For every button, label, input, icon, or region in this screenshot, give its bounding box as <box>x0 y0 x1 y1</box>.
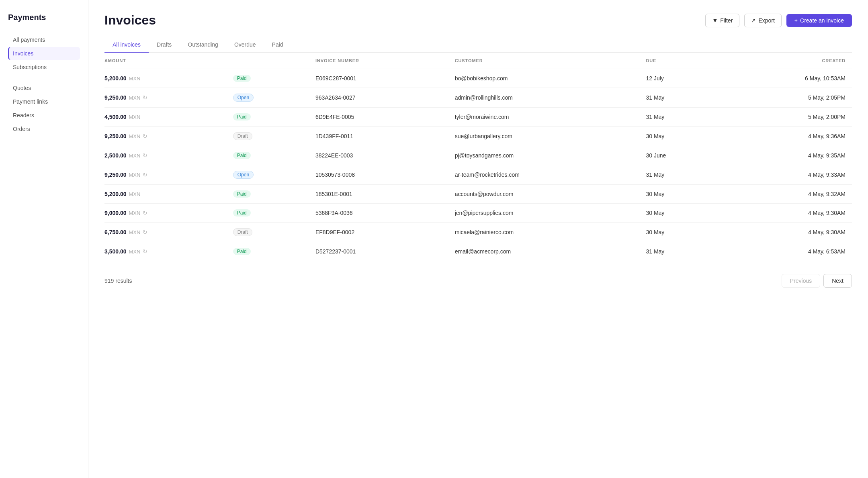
cell-amount-1: 9,250.00 MXN ↻ <box>104 88 227 108</box>
cell-created-9: 4 May, 6:53AM <box>721 242 852 261</box>
status-badge: Paid <box>233 113 251 121</box>
status-badge: Draft <box>233 228 252 236</box>
amount-value: 2,500.00 <box>104 152 127 159</box>
tab-outstanding[interactable]: Outstanding <box>180 37 226 53</box>
table-row[interactable]: 5,200.00 MXN Paid185301E-0001accounts@po… <box>104 185 852 204</box>
create-invoice-button[interactable]: + Create an invoice <box>786 14 852 27</box>
cell-invoice-number-4: 38224EE-0003 <box>309 146 448 165</box>
invoices-table-container: AMOUNT INVOICE NUMBER CUSTOMER DUE CREAT… <box>104 53 852 261</box>
cell-customer-3: sue@urbangallery.com <box>448 127 640 146</box>
sidebar: Payments All paymentsInvoicesSubscriptio… <box>0 0 88 478</box>
header-actions: ▼ Filter ↗ Export + Create an invoice <box>705 14 852 27</box>
next-button[interactable]: Next <box>823 274 852 288</box>
cell-customer-8: micaela@rainierco.com <box>448 223 640 242</box>
cell-invoice-number-0: E069C287-0001 <box>309 69 448 88</box>
cell-amount-3: 9,250.00 MXN ↻ <box>104 127 227 146</box>
amount-currency: MXN <box>129 172 141 178</box>
cell-due-9: 31 May <box>639 242 720 261</box>
cell-created-1: 5 May, 2:05PM <box>721 88 852 108</box>
cell-invoice-number-8: EF8D9EF-0002 <box>309 223 448 242</box>
cell-created-3: 4 May, 9:36AM <box>721 127 852 146</box>
recurring-icon: ↻ <box>143 229 147 235</box>
table-row[interactable]: 9,250.00 MXN ↻ Open963A2634-0027admin@ro… <box>104 88 852 108</box>
export-icon: ↗ <box>751 17 756 24</box>
amount-value: 4,500.00 <box>104 114 127 120</box>
cell-customer-6: accounts@powdur.com <box>448 185 640 204</box>
table-row[interactable]: 9,250.00 MXN ↻ Draft1D439FF-0011sue@urba… <box>104 127 852 146</box>
recurring-icon: ↻ <box>143 172 147 178</box>
cell-amount-9: 3,500.00 MXN ↻ <box>104 242 227 261</box>
sidebar-nav: All paymentsInvoicesSubscriptionsQuotesP… <box>8 33 80 135</box>
status-badge: Open <box>233 94 254 102</box>
status-badge: Paid <box>233 152 251 159</box>
cell-created-2: 5 May, 2:00PM <box>721 108 852 127</box>
col-amount: AMOUNT <box>104 53 227 69</box>
sidebar-item-payment-links[interactable]: Payment links <box>8 95 80 108</box>
cell-status-9: Paid <box>227 242 309 261</box>
sidebar-item-all-payments[interactable]: All payments <box>8 33 80 46</box>
cell-invoice-number-7: 5368F9A-0036 <box>309 204 448 223</box>
amount-currency: MXN <box>129 95 141 101</box>
cell-due-1: 31 May <box>639 88 720 108</box>
cell-status-4: Paid <box>227 146 309 165</box>
cell-status-6: Paid <box>227 185 309 204</box>
table-row[interactable]: 2,500.00 MXN ↻ Paid38224EE-0003pj@toysan… <box>104 146 852 165</box>
cell-amount-2: 4,500.00 MXN <box>104 108 227 127</box>
cell-status-5: Open <box>227 165 309 185</box>
page-title: Invoices <box>104 13 156 28</box>
cell-due-7: 30 May <box>639 204 720 223</box>
sidebar-item-orders[interactable]: Orders <box>8 123 80 135</box>
status-badge: Paid <box>233 75 251 82</box>
cell-customer-5: ar-team@rocketrides.com <box>448 165 640 185</box>
amount-currency: MXN <box>129 191 141 197</box>
cell-invoice-number-9: D5272237-0001 <box>309 242 448 261</box>
table-row[interactable]: 9,000.00 MXN ↻ Paid5368F9A-0036jen@piper… <box>104 204 852 223</box>
cell-status-3: Draft <box>227 127 309 146</box>
amount-currency: MXN <box>129 114 141 120</box>
amount-currency: MXN <box>129 76 141 82</box>
amount-currency: MXN <box>129 153 141 159</box>
sidebar-item-invoices[interactable]: Invoices <box>8 47 80 60</box>
export-label: Export <box>758 17 774 24</box>
sidebar-item-quotes[interactable]: Quotes <box>8 82 80 94</box>
pagination: Previous Next <box>782 274 852 288</box>
status-badge: Paid <box>233 248 251 255</box>
tab-drafts[interactable]: Drafts <box>149 37 180 53</box>
cell-due-8: 30 May <box>639 223 720 242</box>
table-row[interactable]: 4,500.00 MXN Paid6D9E4FE-0005tyler@morai… <box>104 108 852 127</box>
table-row[interactable]: 3,500.00 MXN ↻ PaidD5272237-0001email@ac… <box>104 242 852 261</box>
cell-status-1: Open <box>227 88 309 108</box>
table-body: 5,200.00 MXN PaidE069C287-0001bo@bobikes… <box>104 69 852 261</box>
create-label: Create an invoice <box>800 17 844 24</box>
amount-value: 6,750.00 <box>104 229 127 235</box>
status-badge: Paid <box>233 190 251 198</box>
cell-customer-7: jen@pipersupplies.com <box>448 204 640 223</box>
cell-amount-6: 5,200.00 MXN <box>104 185 227 204</box>
page-header: Invoices ▼ Filter ↗ Export + Create an i… <box>104 13 852 28</box>
col-due: DUE <box>639 53 720 69</box>
tab-all[interactable]: All invoices <box>104 37 149 53</box>
cell-amount-4: 2,500.00 MXN ↻ <box>104 146 227 165</box>
tab-paid[interactable]: Paid <box>264 37 291 53</box>
plus-icon: + <box>794 17 798 24</box>
previous-button[interactable]: Previous <box>782 274 820 288</box>
filter-button[interactable]: ▼ Filter <box>705 14 739 27</box>
tab-overdue[interactable]: Overdue <box>226 37 264 53</box>
sidebar-item-readers[interactable]: Readers <box>8 109 80 122</box>
sidebar-item-subscriptions[interactable]: Subscriptions <box>8 61 80 74</box>
recurring-icon: ↻ <box>143 133 147 139</box>
cell-amount-7: 9,000.00 MXN ↻ <box>104 204 227 223</box>
cell-created-5: 4 May, 9:33AM <box>721 165 852 185</box>
table-row[interactable]: 9,250.00 MXN ↻ Open10530573-0008ar-team@… <box>104 165 852 185</box>
table-row[interactable]: 5,200.00 MXN PaidE069C287-0001bo@bobikes… <box>104 69 852 88</box>
table-row[interactable]: 6,750.00 MXN ↻ DraftEF8D9EF-0002micaela@… <box>104 223 852 242</box>
filter-icon: ▼ <box>712 17 718 24</box>
recurring-icon: ↻ <box>143 210 147 216</box>
sidebar-title: Payments <box>8 13 80 22</box>
cell-due-4: 30 June <box>639 146 720 165</box>
cell-customer-0: bo@bobikeshop.com <box>448 69 640 88</box>
status-badge: Open <box>233 171 254 179</box>
invoice-tabs: All invoicesDraftsOutstandingOverduePaid <box>104 37 852 53</box>
amount-value: 9,000.00 <box>104 210 127 216</box>
export-button[interactable]: ↗ Export <box>744 14 781 27</box>
